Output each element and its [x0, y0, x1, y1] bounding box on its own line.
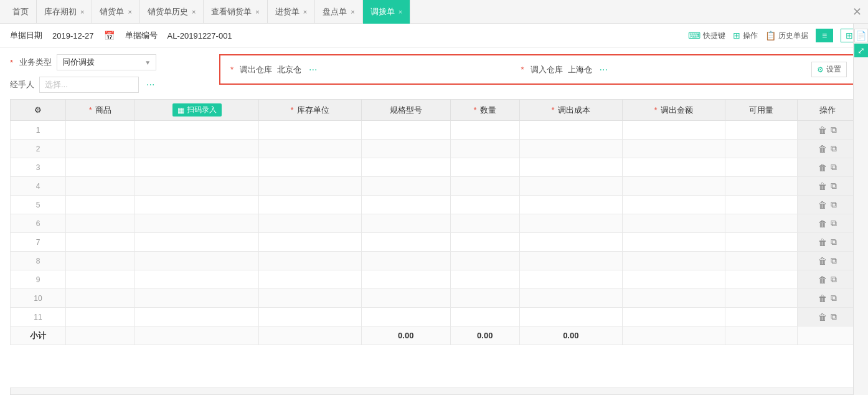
copy-icon-8[interactable]: ⧉	[831, 255, 837, 266]
delete-icon-2[interactable]: 🗑	[818, 144, 827, 154]
transfer-out-more-button[interactable]: ···	[306, 64, 319, 75]
copy-icon-9[interactable]: ⧉	[831, 274, 837, 285]
handler-more-button[interactable]: ···	[144, 79, 157, 90]
row-quantity-8[interactable]	[361, 252, 450, 270]
delete-icon-4[interactable]: 🗑	[818, 181, 827, 191]
tab-purchase-order[interactable]: 进货单 ×	[268, 0, 315, 24]
row-cost-5[interactable]	[450, 196, 519, 214]
tab-view-sales[interactable]: 查看销货单 ×	[204, 0, 267, 24]
copy-icon-4[interactable]: ⧉	[831, 181, 837, 191]
business-type-value: 同价调拨	[62, 57, 142, 68]
row-cost-7[interactable]	[450, 233, 519, 252]
tab-close-purchase-order[interactable]: ×	[303, 8, 307, 16]
copy-icon-11[interactable]: ⧉	[831, 312, 837, 322]
tab-sales-order[interactable]: 销货单 ×	[92, 0, 139, 24]
column-scan[interactable]: ▦ 扫码录入	[135, 100, 259, 121]
number-label: 单据编号	[125, 30, 158, 41]
row-cost-2[interactable]	[450, 140, 519, 158]
row-product-4[interactable]	[66, 177, 135, 196]
copy-icon-2[interactable]: ⧉	[831, 143, 837, 154]
row-cost-11[interactable]	[450, 308, 519, 326]
row-quantity-4[interactable]	[361, 177, 450, 196]
transfer-out-value[interactable]: 北京仓	[277, 64, 301, 75]
tab-home[interactable]: 首页	[5, 0, 37, 24]
row-cost-3[interactable]	[450, 158, 519, 177]
delete-icon-5[interactable]: 🗑	[818, 200, 827, 210]
tab-sales-history[interactable]: 销货单历史 ×	[140, 0, 204, 24]
tab-close-sales-history[interactable]: ×	[192, 8, 196, 16]
row-product-7[interactable]	[66, 233, 135, 252]
copy-icon-3[interactable]: ⧉	[831, 162, 837, 173]
column-settings[interactable]: ⚙	[11, 100, 66, 121]
history-button[interactable]: 📋 历史单据	[765, 31, 808, 41]
sidebar-expand-icon[interactable]: ⤢	[854, 44, 868, 57]
copy-icon-10[interactable]: ⧉	[831, 293, 837, 303]
delete-icon-1[interactable]: 🗑	[818, 125, 827, 135]
row-cost-4[interactable]	[450, 177, 519, 196]
row-quantity-3[interactable]	[361, 158, 450, 177]
tab-close-inventory-check[interactable]: ×	[351, 8, 354, 16]
tab-close-inventory-init[interactable]: ×	[80, 8, 84, 16]
row-placeholder-1	[725, 121, 797, 140]
row-product-3[interactable]	[66, 158, 135, 177]
window-close-button[interactable]: ✕	[852, 5, 862, 19]
row-quantity-5[interactable]	[361, 196, 450, 214]
row-quantity-7[interactable]	[361, 233, 450, 252]
calendar-icon[interactable]: 📅	[104, 30, 115, 41]
row-product-6[interactable]	[66, 214, 135, 233]
row-quantity-1[interactable]	[361, 121, 450, 140]
delete-icon-11[interactable]: 🗑	[818, 312, 827, 322]
row-product-2[interactable]	[66, 140, 135, 158]
list-view-button[interactable]: ≡	[816, 29, 833, 42]
row-cost-10[interactable]	[450, 289, 519, 308]
row-quantity-10[interactable]	[361, 289, 450, 308]
row-product-11[interactable]	[66, 308, 135, 326]
shortcut-button[interactable]: ⌨ 快捷键	[688, 31, 725, 41]
delete-icon-3[interactable]: 🗑	[818, 163, 827, 173]
copy-icon-1[interactable]: ⧉	[831, 125, 837, 135]
tab-close-transfer-order[interactable]: ×	[399, 8, 402, 16]
business-type-select[interactable]: 同价调拨 ▼	[57, 54, 156, 70]
delete-icon-8[interactable]: 🗑	[818, 256, 827, 266]
row-product-9[interactable]	[66, 270, 135, 289]
gear-icon: ⚙	[817, 65, 824, 74]
operation-button[interactable]: ⊞ 操作	[733, 31, 758, 41]
delete-icon-7[interactable]: 🗑	[818, 237, 827, 247]
row-product-10[interactable]	[66, 289, 135, 308]
row-quantity-2[interactable]	[361, 140, 450, 158]
scan-button[interactable]: ▦ 扫码录入	[172, 103, 222, 117]
delete-icon-9[interactable]: 🗑	[818, 275, 827, 285]
row-quantity-6[interactable]	[361, 214, 450, 233]
copy-icon-7[interactable]: ⧉	[831, 237, 837, 247]
delete-icon-6[interactable]: 🗑	[818, 219, 827, 229]
tab-inventory-init[interactable]: 库存期初 ×	[37, 0, 92, 24]
tab-close-view-sales[interactable]: ×	[255, 8, 259, 16]
business-type-required: *	[10, 58, 13, 67]
sidebar-note-icon[interactable]: 📄	[854, 29, 868, 42]
row-cost-1[interactable]	[450, 121, 519, 140]
transfer-in-value[interactable]: 上海仓	[568, 64, 592, 75]
row-unit-6	[135, 214, 259, 233]
settings-button[interactable]: ⚙ 设置	[811, 62, 847, 77]
tab-inventory-check[interactable]: 盘点单 ×	[315, 0, 362, 24]
handler-select[interactable]: 选择...	[39, 77, 139, 93]
row-quantity-11[interactable]	[361, 308, 450, 326]
row-cost-9[interactable]	[450, 270, 519, 289]
data-grid: ⚙ * 商品 ▦ 扫码录入 * 库存单位 规	[10, 99, 858, 388]
row-product-1[interactable]	[66, 121, 135, 140]
copy-icon-6[interactable]: ⧉	[831, 218, 837, 229]
row-product-5[interactable]	[66, 196, 135, 214]
date-value[interactable]: 2019-12-27	[52, 31, 94, 40]
row-product-8[interactable]	[66, 252, 135, 270]
subtotal-action	[797, 326, 857, 345]
row-quantity-9[interactable]	[361, 270, 450, 289]
transfer-in-more-button[interactable]: ···	[597, 64, 610, 75]
delete-icon-10[interactable]: 🗑	[818, 293, 827, 303]
row-cost-8[interactable]	[450, 252, 519, 270]
copy-icon-5[interactable]: ⧉	[831, 199, 837, 210]
horizontal-scrollbar[interactable]	[10, 388, 858, 395]
handler-row: 经手人 选择... ···	[10, 77, 209, 93]
row-cost-6[interactable]	[450, 214, 519, 233]
tab-transfer-order[interactable]: 调拨单 ×	[363, 0, 410, 24]
tab-close-sales-order[interactable]: ×	[128, 8, 131, 16]
